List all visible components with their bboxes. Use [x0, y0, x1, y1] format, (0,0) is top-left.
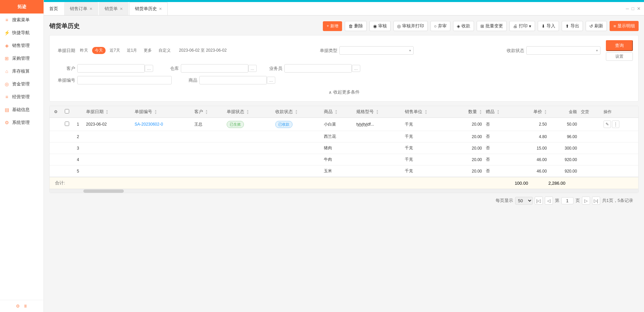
- product-label: 商品: [177, 77, 197, 83]
- page-next-btn[interactable]: ▷: [582, 197, 590, 205]
- review-button[interactable]: ◉ 审核: [369, 21, 391, 31]
- cell-doc-date-3: [84, 142, 133, 154]
- sidebar-item-basic-info[interactable]: ▤ 基础信息: [0, 103, 44, 116]
- sidebar-item-purchase-mgmt[interactable]: ⊞ 采购管理: [0, 52, 44, 65]
- data-table: ⚙ 单据日期 ▲▼ 单据编号 ▲▼: [50, 106, 638, 177]
- collapse-btn[interactable]: ∧ 收起更多条件: [55, 88, 633, 97]
- col-settings[interactable]: ⚙: [50, 106, 62, 118]
- col-unit-price[interactable]: 单价 ▲▼: [516, 106, 549, 118]
- tab-sales-delivery[interactable]: 销货单 ✕: [99, 2, 129, 15]
- cell-amount-4: 920.00: [549, 154, 579, 165]
- cell-customer-2: [192, 131, 225, 142]
- sidebar-item-system-mgmt[interactable]: ⚙ 系统管理: [0, 116, 44, 129]
- col-check: [62, 106, 72, 118]
- toolbar: + 新增 🗑 删除 ◉ 审核 ◎ 审核并打印 ○ 弃: [323, 21, 639, 31]
- cell-doc-number-1[interactable]: SA-20230602-0: [133, 118, 192, 131]
- tab-home[interactable]: 首页: [44, 2, 63, 15]
- col-unit[interactable]: 销售单位 ▲▼: [403, 106, 451, 118]
- sidebar-bottom-icon2[interactable]: ⏸: [23, 304, 28, 309]
- review-print-button[interactable]: ◎ 审核并打印: [393, 21, 428, 31]
- col-quantity[interactable]: 数量 ▲▼: [451, 106, 484, 118]
- cell-transaction-2: [579, 131, 601, 142]
- doc-type-select[interactable]: [339, 46, 414, 55]
- customer-input[interactable]: [77, 64, 145, 73]
- col-payment-status[interactable]: 收款状态 ▲▼: [273, 106, 322, 118]
- sidebar-item-finance[interactable]: ◎ 资金管理: [0, 78, 44, 90]
- col-doc-status[interactable]: 单据状态 ▲▼: [225, 106, 273, 118]
- batch-change-button[interactable]: ⊞ 批量变更: [477, 21, 507, 31]
- salesperson-label: 业务员: [262, 66, 282, 72]
- col-customer[interactable]: 客户 ▲▼: [192, 106, 225, 118]
- tab-sales-history[interactable]: 销货单历史 ✕: [129, 2, 168, 15]
- date-today[interactable]: 今天: [92, 47, 106, 54]
- window-minimize[interactable]: ─: [626, 6, 629, 11]
- date-7days[interactable]: 近7天: [107, 47, 123, 54]
- warehouse-label: 仓库: [159, 66, 179, 72]
- cell-doc-date-5: [84, 165, 133, 177]
- page-input[interactable]: [561, 197, 573, 204]
- import-button[interactable]: ⬇ 导入: [538, 21, 559, 31]
- sidebar-bottom-icon1[interactable]: ⚙: [16, 304, 20, 309]
- col-spec[interactable]: 规格型号 ▲▼: [354, 106, 403, 118]
- cell-doc-number-4: [133, 154, 192, 165]
- col-doc-number[interactable]: 单据编号 ▲▼: [133, 106, 192, 118]
- page-first-btn[interactable]: |◁: [535, 197, 543, 205]
- page-last-btn[interactable]: ▷|: [592, 197, 600, 205]
- row-1-checkbox[interactable]: [65, 122, 69, 126]
- date-month[interactable]: 近1月: [124, 47, 140, 54]
- more-btn-1[interactable]: ⋮: [612, 121, 619, 128]
- collect-button[interactable]: ◈ 收款: [453, 21, 474, 31]
- sidebar: 拓迹 ≡ 搜索菜单 ⚡ 快捷导航 ◈ 销售管理 ⊞ 采购管理 ⌂ 库存核算 ◎ …: [0, 0, 44, 312]
- product-input[interactable]: [199, 76, 267, 84]
- payment-status-select[interactable]: [526, 46, 600, 55]
- cell-gift-3: 否: [484, 142, 516, 154]
- col-doc-date[interactable]: 单据日期 ▲▼: [84, 106, 133, 118]
- cell-check-3: [62, 142, 72, 154]
- sidebar-item-inventory[interactable]: ⌂ 库存核算: [0, 65, 44, 78]
- cell-doc-status-5: [225, 165, 273, 177]
- tab-sales-order-close[interactable]: ✕: [89, 7, 92, 11]
- tab-sales-history-close[interactable]: ✕: [159, 7, 162, 11]
- cell-spec-5: [354, 165, 403, 177]
- tab-sales-delivery-close[interactable]: ✕: [120, 7, 123, 11]
- refresh-button[interactable]: ↺ 刷新: [586, 21, 607, 31]
- col-product[interactable]: 商品 ▲▼: [322, 106, 354, 118]
- sidebar-item-operations[interactable]: ≡ 经营管理: [0, 90, 44, 103]
- salesperson-input[interactable]: [284, 64, 352, 73]
- date-more[interactable]: 更多: [141, 47, 155, 54]
- cell-unit-price-5: 46.00: [516, 165, 549, 177]
- print-button[interactable]: 🖨 打印 ▾: [509, 21, 535, 31]
- select-all-checkbox[interactable]: [65, 109, 69, 113]
- abandon-button[interactable]: ○ 弃审: [430, 21, 451, 31]
- date-yesterday[interactable]: 昨天: [77, 47, 91, 54]
- page-size-select[interactable]: 50 20 100: [515, 197, 533, 205]
- window-maximize[interactable]: □: [632, 6, 634, 11]
- window-close[interactable]: ✕: [637, 6, 641, 11]
- query-button[interactable]: 查询: [606, 40, 633, 51]
- export-button[interactable]: ⬆ 导出: [562, 21, 583, 31]
- new-button[interactable]: + 新增: [323, 21, 342, 31]
- show-detail-button[interactable]: ≡ 显示明细: [610, 21, 639, 31]
- product-ellipsis[interactable]: ...: [267, 77, 275, 84]
- setting-button[interactable]: 设置: [606, 52, 633, 61]
- warehouse-ellipsis[interactable]: ...: [248, 65, 257, 72]
- sidebar-item-quick-nav[interactable]: ⚡ 快捷导航: [0, 26, 44, 39]
- salesperson-ellipsis[interactable]: ...: [352, 65, 360, 72]
- cell-customer-3: [192, 142, 225, 154]
- doc-number-input[interactable]: [77, 76, 172, 84]
- cell-gift-5: 否: [484, 165, 516, 177]
- col-gift[interactable]: 赠品 ▲▼: [484, 106, 516, 118]
- sidebar-item-search-menu[interactable]: ≡ 搜索菜单: [0, 14, 44, 26]
- edit-btn-1[interactable]: ✎: [604, 121, 611, 128]
- date-custom[interactable]: 自定义: [156, 47, 173, 54]
- page-prev-btn[interactable]: ◁: [545, 197, 553, 205]
- sort-doc-number: ▲▼: [154, 109, 157, 115]
- cell-doc-date-4: [84, 154, 133, 165]
- customer-ellipsis[interactable]: ...: [145, 65, 153, 72]
- warehouse-input[interactable]: [181, 64, 248, 73]
- cell-product-5: 玉米: [322, 165, 354, 177]
- sidebar-item-sales-mgmt[interactable]: ◈ 销售管理: [0, 39, 44, 52]
- tab-sales-order[interactable]: 销售订单 ✕: [64, 2, 98, 15]
- delete-button[interactable]: 🗑 删除: [345, 21, 367, 31]
- horizontal-scrollbar[interactable]: [50, 189, 638, 193]
